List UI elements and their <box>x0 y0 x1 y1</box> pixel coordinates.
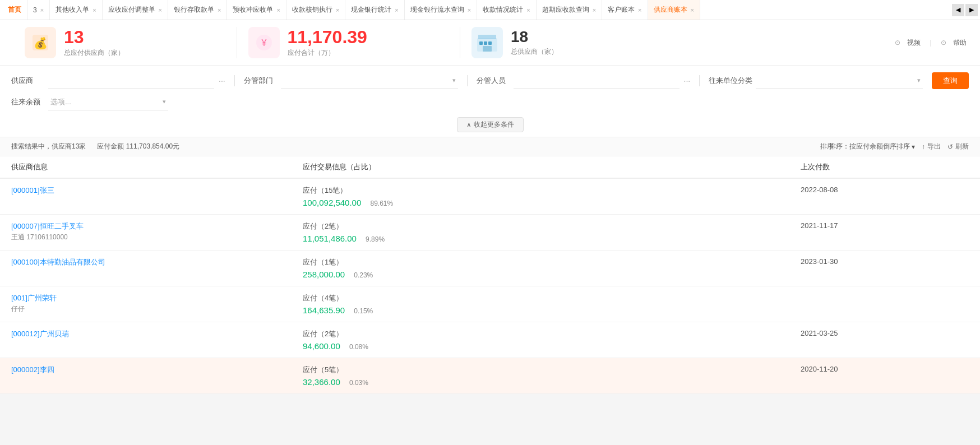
collapse-button[interactable]: ∧ 收起更多条件 <box>457 117 524 132</box>
dept-filter-label: 分管部门 <box>244 76 278 86</box>
nav-arrow-left[interactable]: ◀ <box>952 4 964 16</box>
close-ar-ap-adjust[interactable]: × <box>159 7 162 13</box>
person-filter-input[interactable] <box>514 72 679 89</box>
close-overdue-query[interactable]: × <box>593 7 596 13</box>
close-tab-3[interactable]: × <box>40 7 44 13</box>
nav-tab-customer-ledger[interactable]: 客户账本 × <box>602 0 648 20</box>
close-cash-flow-query[interactable]: × <box>468 7 471 13</box>
supplier-sub-4: 仔仔 <box>11 304 303 314</box>
close-bank-deposit[interactable]: × <box>218 7 221 13</box>
nav-tab-receipt-verify[interactable]: 收款核销执行 × <box>286 0 345 20</box>
svg-rect-7 <box>488 41 492 45</box>
svg-text:💰: 💰 <box>34 36 48 50</box>
filter-row-1: 供应商 ··· 分管部门 ▾ 分管人员 ··· 往来单位分类 ▾ <box>11 72 969 89</box>
query-button[interactable]: 查询 <box>932 72 969 89</box>
tx-amount-6[interactable]: 32,366.00 <box>303 377 343 387</box>
cash-flow-query-label: 现金银行流水查询 <box>410 5 464 15</box>
filter-item-supplier: 供应商 ··· <box>11 72 225 89</box>
collapse-label: 收起更多条件 <box>474 120 514 129</box>
help-icon: ⊙ <box>941 39 946 47</box>
close-supplier-ledger[interactable]: × <box>691 7 694 13</box>
nav-tab-receipt-stat[interactable]: 收款情况统计 × <box>477 0 536 20</box>
sort-button[interactable]: 排序：按应付余额倒序排序 ▾ <box>847 142 915 151</box>
total-payable-number: 11,170.39 <box>288 28 367 46</box>
overdue-query-label: 超期应收款查询 <box>542 5 589 15</box>
supplier-filter-input[interactable] <box>48 72 214 89</box>
supplier-dots-icon[interactable]: ··· <box>219 76 225 85</box>
dept-filter-select[interactable]: ▾ <box>281 72 458 89</box>
payable-suppliers-number: 13 <box>64 28 124 46</box>
balance-caret-icon: ▾ <box>163 98 166 105</box>
nav-tab-cash-bank-stat[interactable]: 现金银行统计 × <box>345 0 404 20</box>
summary-card-total-suppliers: 18 总供应商（家） <box>460 27 884 58</box>
balance-filter-select[interactable]: 选项... ▾ <box>48 94 168 110</box>
home-label: 首页 <box>8 5 21 15</box>
supplier-info-4: [001]广州荣轩 仔仔 <box>11 293 303 314</box>
close-customer-ledger[interactable]: × <box>638 7 641 13</box>
filter-item-category: 往来单位分类 ▾ <box>709 72 923 89</box>
col-header-last-pay: 上次付数 <box>801 162 969 172</box>
tx-amount-5[interactable]: 94,600.00 <box>303 341 343 351</box>
summary-actions: ⊙ 视频 ｜ ⊙ 帮助 <box>884 38 967 48</box>
supplier-filter-label: 供应商 <box>11 76 45 86</box>
video-icon: ⊙ <box>895 39 900 47</box>
nav-tab-bank-deposit[interactable]: 银行存取款单 × <box>168 0 227 20</box>
video-link[interactable]: 视频 <box>907 38 921 48</box>
tx-info-2: 应付（2笔） 11,051,486.00 9.89% <box>303 221 801 243</box>
supplier-link-3[interactable]: [000100]本特勤油品有限公司 <box>11 257 303 267</box>
person-dots-icon[interactable]: ··· <box>684 76 691 85</box>
bank-deposit-label: 银行存取款单 <box>174 5 214 15</box>
close-receipt-stat[interactable]: × <box>526 7 530 13</box>
nav-tab-supplier-ledger[interactable]: 供应商账本 × <box>648 0 700 20</box>
nav-tab-home[interactable]: 首页 <box>2 0 27 20</box>
cash-bank-stat-label: 现金银行统计 <box>351 5 391 15</box>
supplier-link-2[interactable]: [000007]恒旺二手叉车 <box>11 221 303 231</box>
export-button[interactable]: ↑ 导出 <box>922 142 941 151</box>
tx-pct-2: 9.89% <box>366 235 385 243</box>
refresh-label: 刷新 <box>955 142 969 151</box>
tx-amount-2[interactable]: 11,051,486.00 <box>303 234 359 243</box>
total-payable-text: 11,170.39 应付合计（万） <box>288 28 367 58</box>
nav-tab-ar-ap-adjust[interactable]: 应收应付调整单 × <box>103 0 168 20</box>
supplier-link-5[interactable]: [000012]广州贝瑞 <box>11 329 303 339</box>
tx-amount-3[interactable]: 258,000.00 <box>303 270 347 279</box>
close-advance-offset[interactable]: × <box>276 7 280 13</box>
close-receipt-verify[interactable]: × <box>336 7 339 13</box>
result-amount-text: 应付金额 111,703,854.00元 <box>97 142 179 151</box>
tx-info-1: 应付（15笔） 100,092,540.00 89.61% <box>303 186 801 207</box>
table-row: [000012]广州贝瑞 应付（2笔） 94,600.00 0.08% 2021… <box>0 322 980 358</box>
filter-row-2: 往来余额 选项... ▾ <box>11 94 969 110</box>
supplier-link-4[interactable]: [001]广州荣轩 <box>11 293 303 303</box>
supplier-link-1[interactable]: [000001]张三 <box>11 186 303 196</box>
svg-rect-9 <box>478 35 496 39</box>
close-other-income[interactable]: × <box>93 7 96 13</box>
summary-card-payable-suppliers: 💰 13 总应付供应商（家） <box>13 27 237 58</box>
tx-amount-4[interactable]: 164,635.90 <box>303 305 347 315</box>
category-filter-select[interactable]: ▾ <box>756 72 923 89</box>
total-suppliers-number: 18 <box>511 29 558 45</box>
total-suppliers-text: 18 总供应商（家） <box>511 29 558 57</box>
nav-tab-overdue-query[interactable]: 超期应收款查询 × <box>537 0 602 20</box>
supplier-link-6[interactable]: [000002]李四 <box>11 365 303 375</box>
nav-tab-cash-flow-query[interactable]: 现金银行流水查询 × <box>405 0 477 20</box>
result-count-text: 搜索结果中，供应商13家 <box>11 142 86 151</box>
summary-bar: 💰 13 总应付供应商（家） ¥ 11,170.39 应付合计（万） <box>0 20 980 66</box>
sort-down-icon: ▾ <box>912 143 915 151</box>
nav-arrow-right[interactable]: ▶ <box>965 4 978 16</box>
refresh-button[interactable]: ↺ 刷新 <box>947 142 969 151</box>
table-row: [001]广州荣轩 仔仔 应付（4笔） 164,635.90 0.15% <box>0 286 980 322</box>
summary-card-total-payable: ¥ 11,170.39 应付合计（万） <box>237 27 461 58</box>
divider-2 <box>467 75 468 86</box>
balance-filter-label: 往来余额 <box>11 97 45 107</box>
tx-pct-1: 89.61% <box>370 200 393 207</box>
close-cash-bank-stat[interactable]: × <box>395 7 398 13</box>
nav-tab-3[interactable]: 3 × <box>27 0 50 20</box>
help-link[interactable]: 帮助 <box>953 38 967 48</box>
tx-amount-1[interactable]: 100,092,540.00 <box>303 198 363 207</box>
divider-1 <box>234 75 235 86</box>
nav-tab-advance-offset[interactable]: 预收冲应收单 × <box>227 0 286 20</box>
advance-offset-label: 预收冲应收单 <box>233 5 273 15</box>
nav-tab-other-income[interactable]: 其他收入单 × <box>50 0 102 20</box>
divider-3 <box>699 75 700 86</box>
tx-info-3: 应付（1笔） 258,000.00 0.23% <box>303 257 801 279</box>
